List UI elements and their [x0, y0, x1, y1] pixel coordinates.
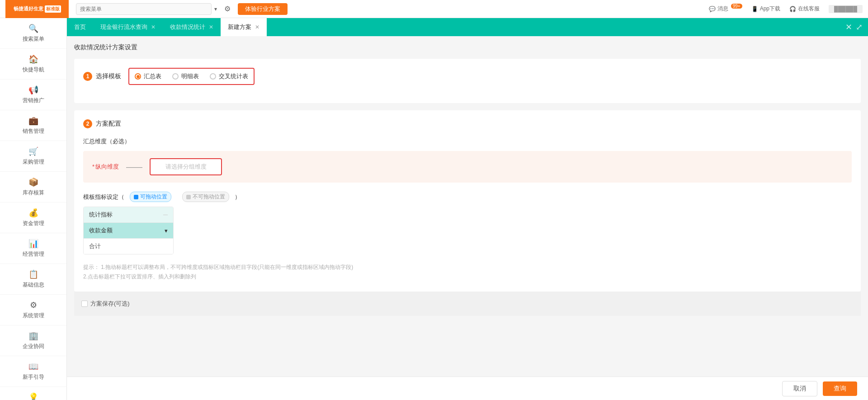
service-label: 在线客服	[798, 5, 820, 13]
tips-section: 提示： 1.拖动标题栏可以调整布局，不可跨维度或指标区域拖动栏目字段(只能在同一…	[83, 264, 852, 281]
save-option: 方案保存(可选)	[81, 295, 854, 312]
search-dropdown-icon[interactable]: ▾	[214, 6, 217, 12]
notification-item[interactable]: 💬 消息 99+	[709, 5, 742, 13]
radio-cross-circle	[210, 73, 216, 80]
metrics-subtotal-cell: 合计	[84, 239, 173, 254]
step2-badge: 2	[83, 119, 92, 128]
sidebar-item-enterprise[interactable]: 🏢 企业协同	[0, 325, 66, 356]
step2-label: 方案配置	[96, 120, 121, 128]
sidebar-item-basic[interactable]: 📋 基础信息	[0, 264, 66, 295]
save-checkbox[interactable]	[81, 301, 88, 307]
sidebar-item-finance[interactable]: 💰 资金管理	[0, 202, 66, 233]
dimension-select[interactable]: 请选择分组维度	[150, 158, 222, 175]
radio-summary-circle	[135, 73, 141, 80]
tab-close-cash-flow[interactable]: ✕	[151, 24, 156, 30]
template-options: 汇总表 明细表 交叉统计表	[128, 68, 255, 85]
tab-close-new-plan[interactable]: ✕	[255, 24, 259, 30]
gear-icon[interactable]: ⚙	[224, 5, 231, 13]
stats-section-label: 统计指标	[89, 211, 113, 219]
sidebar-item-operations[interactable]: 📊 经营管理	[0, 233, 66, 264]
user-item[interactable]: ██████	[829, 5, 863, 13]
sidebar-label-guide: 新手引导	[23, 373, 44, 381]
trial-btn[interactable]: 体验行业方案	[238, 3, 288, 15]
sidebar-item-search[interactable]: 🔍 搜索菜单	[0, 18, 66, 49]
tip-line-1: 提示： 1.拖动标题栏可以调整布局，不可跨维度或指标区域拖动栏目字段(只能在同一…	[83, 264, 852, 271]
notification-label: 消息	[717, 5, 728, 13]
save-section: 方案保存(可选)	[74, 292, 861, 316]
sidebar-item-nav[interactable]: 🏠 快捷导航	[0, 49, 66, 80]
dimension-title: 汇总维度（必选）	[83, 137, 852, 146]
metrics-dropdown-icon[interactable]: ▾	[165, 227, 168, 234]
message-icon: 💬	[709, 6, 716, 12]
sidebar-item-hardware[interactable]: 💡 智能硬件	[0, 387, 66, 400]
tab-close-window-icon[interactable]: ✕	[845, 22, 852, 32]
marketing-icon: 📢	[28, 85, 38, 95]
metrics-item-header[interactable]: 收款金额 ▾	[84, 223, 173, 239]
service-item[interactable]: 🎧 在线客服	[789, 5, 820, 13]
draggable-tag: 可拖动位置	[130, 192, 171, 202]
service-icon: 🎧	[789, 6, 796, 12]
logo-tag: 标准版	[45, 5, 61, 13]
search-input[interactable]	[76, 3, 212, 15]
main-layout: 🔍 搜索菜单 🏠 快捷导航 📢 营销推广 💼 销售管理 🛒 采购管理 📦 库存核…	[0, 18, 868, 400]
metrics-header: 模板指标设定（ 可拖动位置 不可拖动位置 ）	[83, 192, 852, 202]
sidebar-item-purchase[interactable]: 🛒 采购管理	[0, 141, 66, 172]
radio-summary[interactable]: 汇总表	[135, 72, 161, 80]
user-name: ██████	[829, 5, 863, 13]
tip-line-2: 2.点击标题栏下拉可设置排序、插入列和删除列	[83, 273, 852, 281]
sidebar-item-guide[interactable]: 📖 新手引导	[0, 356, 66, 387]
sidebar-label-inventory: 库存核算	[23, 189, 44, 197]
stats-table-header: 统计指标	[84, 207, 173, 223]
page-content: 收款情况统计方案设置 1 选择模板 汇总表	[67, 36, 868, 376]
tab-cash-flow[interactable]: 现金银行流水查询 ✕	[93, 18, 163, 36]
home-icon: 🏠	[28, 54, 38, 64]
sidebar-label-marketing: 营销推广	[23, 97, 44, 104]
sidebar-label-purchase: 采购管理	[23, 158, 44, 166]
sidebar-label-search: 搜索菜单	[23, 35, 44, 43]
sidebar-label-nav: 快捷导航	[23, 66, 44, 74]
sidebar-item-marketing[interactable]: 📢 营销推广	[0, 80, 66, 110]
notification-badge: 99+	[731, 4, 742, 9]
metrics-section: 模板指标设定（ 可拖动位置 不可拖动位置 ）	[83, 192, 852, 256]
radio-cross[interactable]: 交叉统计表	[210, 72, 248, 80]
vertical-dim-label: 纵向维度	[92, 163, 119, 171]
sidebar-item-sales[interactable]: 💼 销售管理	[0, 110, 66, 141]
download-label: App下载	[760, 5, 780, 13]
system-icon: ⚙	[30, 300, 37, 310]
sidebar-label-basic: 基础信息	[23, 281, 44, 289]
query-button[interactable]: 查询	[823, 381, 857, 396]
cancel-button[interactable]: 取消	[782, 381, 817, 396]
purchase-icon: 🛒	[28, 146, 38, 156]
tab-home[interactable]: 首页	[67, 18, 93, 36]
basic-icon: 📋	[28, 269, 38, 279]
not-draggable-tag: 不可拖动位置	[182, 192, 229, 202]
step1-card: 1 选择模板 汇总表 明细表	[74, 59, 861, 103]
sidebar-label-system: 系统管理	[23, 312, 44, 320]
draggable-indicator	[134, 195, 138, 199]
stats-table: 统计指标 收款金额 ▾ 合计	[83, 207, 174, 254]
operations-icon: 📊	[28, 239, 38, 249]
sidebar-label-enterprise: 企业协同	[23, 343, 44, 350]
tab-bar-actions: ✕ ⤢	[840, 22, 868, 32]
metrics-close-suffix: ）	[235, 193, 241, 201]
sidebar-item-system[interactable]: ⚙ 系统管理	[0, 295, 66, 325]
sidebar-label-finance: 资金管理	[23, 220, 44, 227]
tab-maximize-icon[interactable]: ⤢	[856, 22, 863, 32]
inventory-icon: 📦	[28, 177, 38, 187]
radio-detail-circle	[172, 73, 179, 80]
logo-text: 畅捷通好生意	[14, 5, 43, 12]
topbar: 畅捷通好生意 标准版 ▾ ⚙ 体验行业方案 💬 消息 99+ 📱 App下载 🎧…	[0, 0, 868, 18]
tab-bar: 首页 现金银行流水查询 ✕ 收款情况统计 ✕ 新建方案 ✕ ✕ ⤢	[67, 18, 868, 36]
sidebar-item-inventory[interactable]: 📦 库存核算	[0, 172, 66, 202]
sidebar-label-operations: 经营管理	[23, 250, 44, 258]
dimension-area: 纵向维度 —— 请选择分组维度	[83, 151, 852, 183]
finance-icon: 💰	[28, 208, 38, 218]
tab-new-plan[interactable]: 新建方案 ✕	[221, 18, 267, 36]
guide-icon: 📖	[28, 362, 38, 372]
dimension-row: 纵向维度 —— 请选择分组维度	[92, 158, 843, 175]
tab-receipt-stats[interactable]: 收款情况统计 ✕	[163, 18, 221, 36]
download-item[interactable]: 📱 App下载	[751, 5, 780, 13]
radio-detail[interactable]: 明细表	[172, 72, 199, 80]
step2-card: 2 方案配置 汇总维度（必选） 纵向维度 —— 请选择分组维度	[74, 110, 861, 292]
tab-close-receipt-stats[interactable]: ✕	[209, 24, 213, 30]
